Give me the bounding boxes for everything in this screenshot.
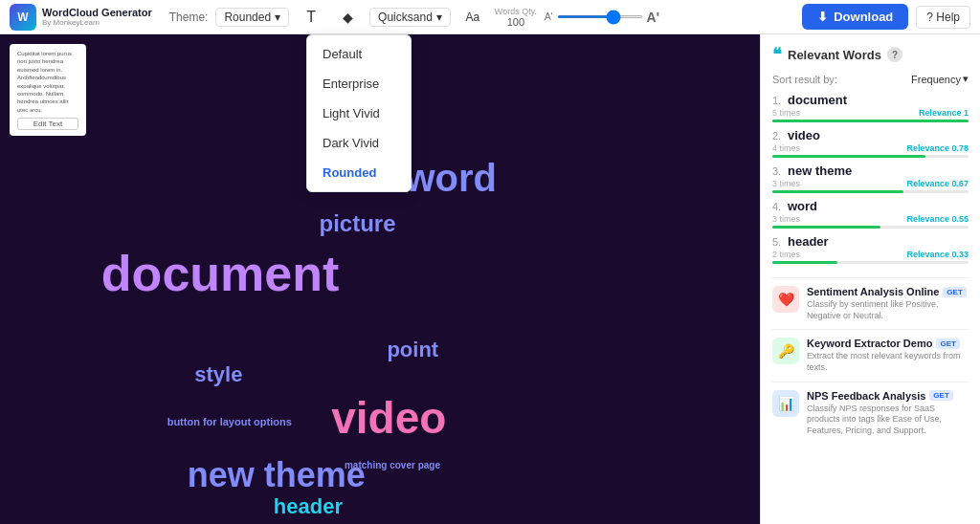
tool-icon-keyword: 🔑	[772, 338, 799, 364]
word-word: word	[405, 157, 497, 200]
logo-area: W WordCloud Generator By MonkeyLearn	[10, 4, 152, 31]
chevron-down-icon: ▾	[436, 11, 442, 24]
words-qty-label: Words Qty.	[495, 7, 537, 16]
download-arrow-icon: ⬇	[817, 10, 828, 24]
word-name-4: word	[788, 199, 969, 213]
word-rank-3: 3.	[772, 165, 788, 177]
sidebar-section-title: ❝ Relevant Words ?	[772, 44, 969, 65]
header: W WordCloud Generator By MonkeyLearn The…	[0, 0, 980, 34]
word-rank-5: 5.	[772, 236, 788, 248]
word-rank-2: 2.	[772, 130, 788, 142]
words-qty-display: Words Qty. 100	[495, 7, 537, 28]
dropdown-item-rounded[interactable]: Rounded	[307, 158, 411, 187]
tool-desc-nps: Classify NPS responses for SaaS products…	[807, 404, 969, 437]
size-max-label: A'	[647, 10, 659, 25]
word-item-2: 2. video 4 times Relevance 0.78	[772, 128, 969, 158]
progress-bar-2	[772, 155, 969, 158]
theme-dropdown-menu: DefaultEnterpriseLight VividDark VividRo…	[306, 34, 412, 192]
tool-icon-sentiment: ❤️	[772, 286, 799, 313]
tool-badge-keyword: GET	[936, 338, 959, 349]
download-button[interactable]: ⬇ Download	[802, 4, 908, 30]
help-button[interactable]: ? Help	[916, 6, 970, 29]
font-select[interactable]: Quicksand ▾	[369, 8, 451, 27]
word-freq-2: 4 times	[772, 143, 800, 153]
sort-select[interactable]: Frequency ▾	[911, 73, 969, 85]
progress-fill-2	[772, 155, 925, 158]
tool-list: ❤️ Sentiment Analysis Online GET Classif…	[772, 277, 969, 445]
word-relevance-1: Relevance 1	[919, 108, 969, 118]
word-freq-5: 2 times	[772, 250, 800, 259]
word-rank-4: 4.	[772, 201, 788, 212]
progress-bar-1	[772, 120, 969, 122]
chevron-down-icon: ▾	[963, 73, 969, 85]
progress-fill-1	[772, 120, 969, 122]
fill-button[interactable]: ◆	[333, 4, 362, 31]
word-relevance-5: Relevance 0.33	[906, 250, 969, 259]
word-point: point	[387, 338, 438, 362]
info-icon[interactable]: ?	[887, 47, 902, 62]
quote-icon: ❝	[772, 44, 782, 65]
tool-badge-sentiment: GET	[943, 287, 966, 297]
dropdown-item-default[interactable]: Default	[307, 39, 411, 69]
font-value: Quicksand	[378, 11, 433, 24]
tool-name-nps: NPS Feedback Analysis	[807, 390, 925, 402]
word-item-3: 3. new theme 3 times Relevance 0.67	[772, 164, 969, 193]
chevron-down-icon: ▾	[275, 11, 280, 24]
word-button-for-layout-options: button for layout options	[167, 416, 292, 427]
tool-desc-keyword: Extract the most relevant keywords from …	[807, 351, 969, 373]
word-video: video	[331, 392, 446, 444]
word-relevance-4: Relevance 0.55	[906, 214, 969, 224]
tool-icon-nps: 📊	[772, 390, 799, 417]
size-slider-container: A' A'	[545, 10, 659, 25]
size-slider[interactable]	[557, 15, 643, 18]
progress-fill-4	[772, 226, 880, 229]
word-freq-1: 5 times	[772, 108, 800, 118]
theme-label: Theme:	[169, 11, 209, 24]
word-new-theme: new theme	[188, 455, 366, 495]
size-min-label: A'	[545, 11, 553, 22]
tool-card-keyword[interactable]: 🔑 Keyword Extractor Demo GET Extract the…	[772, 329, 969, 381]
word-style: style	[194, 362, 242, 387]
font-size-button[interactable]: Aa	[458, 4, 487, 31]
word-relevance-2: Relevance 0.78	[906, 143, 969, 153]
word-picture: picture	[319, 210, 395, 237]
word-header: header	[274, 494, 343, 519]
download-label: Download	[834, 10, 893, 24]
app-title: WordCloud Generator	[42, 7, 152, 18]
dropdown-item-enterprise[interactable]: Enterprise	[307, 69, 411, 98]
progress-bar-4	[772, 226, 969, 229]
word-rank-1: 1.	[772, 95, 788, 106]
word-item-1: 1. document 5 times Relevance 1	[772, 93, 969, 122]
word-freq-3: 3 times	[772, 179, 800, 188]
logo-icon: W	[10, 4, 36, 31]
tool-name-sentiment: Sentiment Analysis Online	[807, 286, 939, 297]
theme-dropdown-button[interactable]: Rounded ▾	[215, 8, 289, 27]
sort-label: Sort result by:	[772, 74, 837, 85]
right-sidebar: ❝ Relevant Words ? Sort result by: Frequ…	[760, 34, 980, 524]
word-name-3: new theme	[788, 164, 969, 178]
word-document: document	[101, 245, 339, 302]
tool-badge-nps: GET	[929, 390, 952, 401]
tool-card-sentiment[interactable]: ❤️ Sentiment Analysis Online GET Classif…	[772, 277, 969, 329]
text-format-button[interactable]: T	[297, 4, 325, 31]
word-list: 1. document 5 times Relevance 1 2. video…	[772, 93, 969, 270]
tool-card-nps[interactable]: 📊 NPS Feedback Analysis GET Classify NPS…	[772, 382, 969, 445]
word-relevance-3: Relevance 0.67	[906, 179, 969, 188]
progress-bar-5	[772, 261, 969, 264]
progress-fill-5	[772, 261, 837, 264]
sort-value: Frequency	[911, 74, 961, 85]
word-freq-4: 3 times	[772, 214, 800, 224]
word-name-2: video	[788, 128, 969, 142]
word-item-5: 5. header 2 times Relevance 0.33	[772, 234, 969, 264]
words-qty-value: 100	[507, 16, 524, 28]
dropdown-item-dark-vivid[interactable]: Dark Vivid	[307, 128, 411, 158]
dropdown-item-light-vivid[interactable]: Light Vivid	[307, 98, 411, 128]
word-item-4: 4. word 3 times Relevance 0.55	[772, 199, 969, 229]
sort-row: Sort result by: Frequency ▾	[772, 73, 969, 85]
word-name-5: header	[788, 234, 969, 249]
word-name-1: document	[788, 93, 969, 107]
tool-name-keyword: Keyword Extractor Demo	[807, 338, 932, 349]
main-area: Cupiditat lorem purus non justo hendrea …	[0, 34, 980, 524]
theme-value: Rounded	[224, 11, 271, 24]
progress-bar-3	[772, 190, 969, 193]
